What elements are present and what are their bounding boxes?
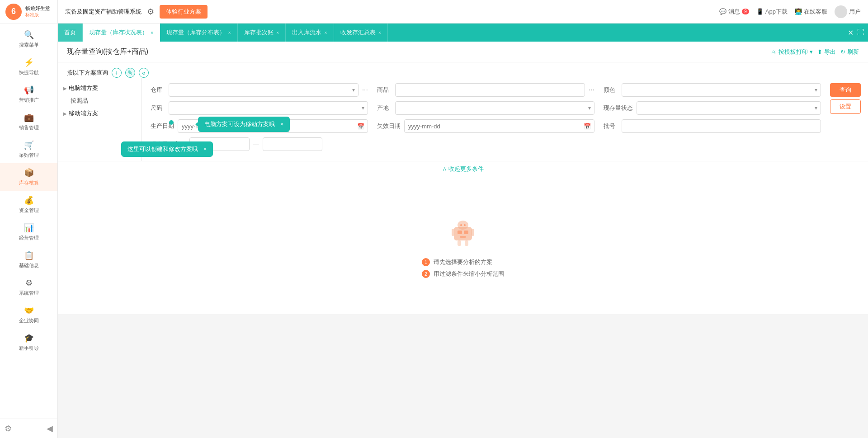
sidebar-item-inventory[interactable]: 📦 库存核算 [0,163,57,191]
tab-in-out-close[interactable]: × [324,30,327,35]
svg-rect-4 [452,229,454,236]
tab-inventory-dist-close[interactable]: × [228,30,231,35]
print-btn[interactable]: 🖨 按模板打印 ▾ [771,48,813,56]
tab-inventory-status[interactable]: 现存量（库存状况表） × [83,24,160,42]
user-area[interactable]: 用户 [835,5,861,18]
sidebar-item-search[interactable]: 🔍 搜索菜单 [0,25,57,53]
sidebar-item-guide[interactable]: 🎓 新手引导 [0,329,57,356]
trial-btn[interactable]: 体验行业方案 [160,5,208,19]
tab-batch-close[interactable]: × [276,30,279,35]
origin-select[interactable] [395,101,594,115]
add-scheme-btn[interactable]: + [112,68,122,78]
warehouse-more-icon[interactable]: ··· [362,86,368,94]
sidebar-item-sales[interactable]: 💼 销售管理 [0,108,57,136]
svg-point-9 [460,224,462,226]
operation-icon: 📊 [24,223,34,233]
logo-icon: 6 [5,4,22,20]
refresh-btn[interactable]: ↻ 刷新 [840,48,859,56]
pc-scheme-child-label: 按照品 [71,97,88,104]
tooltip2-close[interactable]: × [203,146,207,152]
export-btn[interactable]: ⬆ 导出 [817,48,836,56]
svg-point-8 [458,221,468,230]
sidebar-item-operation[interactable]: 📊 经营管理 [0,218,57,246]
topbar: 装备及固定资产辅助管理系统 ⚙ 体验行业方案 💬 消息 9 📱 App下载 👨‍… [58,0,868,24]
batch-input[interactable] [622,119,821,133]
filter-cell-inv-status: 现存量状态 ▾ [604,101,821,115]
svg-rect-2 [464,231,468,234]
pc-scheme-child[interactable]: 按照品 [58,95,141,107]
sidebar-item-basic[interactable]: 📋 基础信息 [0,246,57,273]
logo-text-block: 畅通好生意 标准版 [25,5,50,18]
filter-cell-product: 商品 ··· [377,83,594,97]
sidebar-item-finance[interactable]: 💰 资金管理 [0,191,57,218]
sidebar-item-purchase[interactable]: 🛒 采购管理 [0,136,57,163]
close-all-tabs-icon[interactable]: ✕ [848,28,854,37]
color-select[interactable] [622,83,821,97]
filter-cell-size: 尺码 ▾ [151,101,368,115]
pc-scheme-label: 电脑端方案 [69,84,98,92]
size-select[interactable] [169,101,368,115]
app-download-icon: 📱 [756,8,764,15]
collapse-bar: ∧ 收起更多条件 [58,161,868,177]
dot-indicator [169,120,174,125]
notice-btn[interactable]: 💬 消息 9 [719,8,749,16]
page-title: 现存量查询(按仓库+商品) [67,47,148,57]
settings-bottom-icon[interactable]: ⚙ [5,424,12,433]
back-btn[interactable]: « [139,68,149,78]
user-label: 用户 [849,8,861,16]
search-btn[interactable]: 查询 [830,83,861,97]
collapse-icon[interactable]: ◀ [47,424,53,433]
product-input[interactable] [395,83,585,97]
sidebar-label-system: 系统管理 [19,290,39,297]
support-icon: 👨‍💻 [795,8,802,15]
filter-cell-warehouse: 仓库 ▾ ··· [151,83,368,97]
exp-date-calendar-icon[interactable]: 📅 [584,123,591,130]
user-avatar [835,5,847,18]
inv-qty-max-input[interactable] [263,137,323,151]
tab-summary-close[interactable]: × [378,30,381,35]
tab-home[interactable]: 首页 [58,24,83,42]
page-header: 现存量查询(按仓库+商品) 🖨 按模板打印 ▾ ⬆ 导出 ↻ 刷新 [58,42,868,62]
tooltip1-close[interactable]: × [280,121,284,127]
prod-date-calendar-icon[interactable]: 📅 [357,123,364,130]
tab-inventory-status-close[interactable]: × [151,30,153,35]
filter-cell-exp-date: 失效日期 📅 [377,119,594,133]
sidebar-item-marketing[interactable]: 📢 营销推广 [0,80,57,108]
mobile-scheme-group[interactable]: ▶ 移动端方案 [58,107,141,120]
topbar-gear-icon[interactable]: ⚙ [147,7,154,17]
sidebar-label-quick: 快捷导航 [19,69,39,76]
online-support-btn[interactable]: 👨‍💻 在线客服 [795,8,827,16]
app-download-label: App下载 [765,8,788,16]
maximize-icon[interactable]: ⛶ [857,28,864,37]
sidebar-logo: 6 畅通好生意 标准版 [0,0,57,24]
tooltip1-text: 电脑方案可设为移动方案哦 [204,121,275,127]
sidebar-item-quick[interactable]: ⚡ 快捷导航 [0,53,57,80]
sidebar-item-system[interactable]: ⚙ 系统管理 [0,273,57,301]
tab-summary[interactable]: 收发存汇总表 × [334,24,388,42]
filter-label: 按以下方案查询 [67,69,108,77]
pc-scheme-group[interactable]: ▶ 电脑端方案 [58,81,141,95]
exp-date-input[interactable] [404,119,594,133]
tab-inventory-dist[interactable]: 现存量（库存分布表） × [160,24,237,42]
edit-icon: ✎ [127,69,133,76]
empty-step-1: 1 请先选择要分析的方案 [422,258,504,266]
tab-batch[interactable]: 库存批次账 × [238,24,286,42]
tooltip-pc-scheme: 电脑方案可设为移动方案哦 × [198,117,290,132]
settings-btn[interactable]: 设置 [830,99,861,114]
svg-point-10 [464,224,466,226]
warehouse-select[interactable] [169,83,359,97]
filter-cell-color: 颜色 ▾ [604,83,821,97]
app-download-btn[interactable]: 📱 App下载 [756,8,788,16]
tab-in-out[interactable]: 出入库流水 × [286,24,334,42]
origin-select-wrap: ▾ [395,101,594,115]
collapse-btn[interactable]: ∧ 收起更多条件 [442,165,484,173]
notice-label: 消息 [728,8,740,16]
back-icon: « [142,69,146,76]
product-more-icon[interactable]: ··· [589,86,594,94]
edit-scheme-btn[interactable]: ✎ [125,68,135,78]
marketing-icon: 📢 [24,85,34,95]
sidebar-label-operation: 经营管理 [19,235,39,241]
sidebar-item-company[interactable]: 🤝 企业协同 [0,301,57,329]
color-label: 颜色 [604,86,618,94]
inv-status-select[interactable] [637,101,821,115]
